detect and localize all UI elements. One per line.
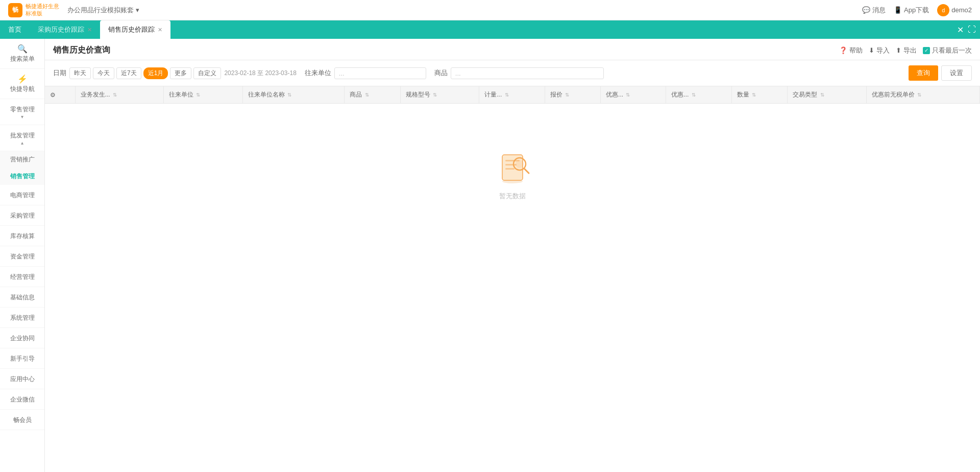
close-purchase-tab[interactable]: ✕ xyxy=(87,27,92,33)
sidebar-item-shortcut[interactable]: ⚡ 快捷导航 xyxy=(0,69,44,99)
svg-rect-5 xyxy=(505,168,514,170)
partner-label: 往来单位 xyxy=(305,68,331,78)
sidebar-item-system[interactable]: 系统管理 xyxy=(0,308,44,328)
app-download-button[interactable]: 📱 App下载 xyxy=(894,6,929,15)
date-7days[interactable]: 近7天 xyxy=(116,67,141,79)
only-last-checkbox[interactable]: ✓ xyxy=(923,47,930,54)
download-icon: 📱 xyxy=(894,6,902,14)
logo-area: 畅 畅捷通好生意 标准版 xyxy=(8,3,59,17)
svg-line-7 xyxy=(524,169,529,173)
partner-filter-group: 往来单位 ... xyxy=(305,67,426,79)
sidebar-item-business[interactable]: 经营管理 xyxy=(0,267,44,287)
date-range-display: 2023-02-18 至 2023-03-18 xyxy=(224,69,296,78)
partner-input-placeholder: ... xyxy=(339,69,345,77)
content-area: 销售历史价查询 ❓ 帮助 ⬇ 导入 ⬆ 导出 ✓ 只看最后一次 xyxy=(45,39,980,472)
tab-home[interactable]: 首页 xyxy=(0,20,30,39)
empty-state: 暂无数据 xyxy=(45,104,980,242)
sort-icon: ⇅ xyxy=(113,92,117,98)
col-unit[interactable]: 计量... ⇅ xyxy=(479,86,545,104)
col-trade-type[interactable]: 交易类型 ⇅ xyxy=(788,86,867,104)
chevron-down-icon: ▾ xyxy=(0,114,44,120)
sidebar: 🔍 搜索菜单 ⚡ 快捷导航 零售管理 ▾ 批发管理 ▴ 营销推广 销售管理 电商… xyxy=(0,39,45,472)
tab-sales[interactable]: 销售历史价跟踪 ✕ xyxy=(100,20,170,39)
sidebar-item-search[interactable]: 🔍 搜索菜单 xyxy=(0,39,44,69)
col-discount1[interactable]: 优惠... ⇅ xyxy=(601,86,666,104)
col-quote[interactable]: 报价 ⇅ xyxy=(545,86,601,104)
close-window-icon[interactable]: ✕ xyxy=(957,25,964,35)
col-partner-name[interactable]: 往来单位名称 ⇅ xyxy=(242,86,345,104)
table-container: ⚙ 业务发生... ⇅ 往来单位 ⇅ 往来单位名称 ⇅ xyxy=(45,86,980,472)
chevron-down-icon: ▾ xyxy=(136,6,139,14)
sidebar-item-sales-mgmt[interactable]: 销售管理 xyxy=(0,168,44,185)
sidebar-item-apps[interactable]: 应用中心 xyxy=(0,369,44,389)
avatar: d xyxy=(937,4,949,16)
app-selector[interactable]: 办公用品行业模拟账套 ▾ xyxy=(63,6,143,15)
col-gear[interactable]: ⚙ xyxy=(45,86,75,104)
col-discount2[interactable]: 优惠... ⇅ xyxy=(666,86,731,104)
sidebar-item-marketing[interactable]: 营销推广 xyxy=(0,151,44,168)
sidebar-item-cooperation[interactable]: 企业协同 xyxy=(0,328,44,348)
svg-point-8 xyxy=(516,160,524,168)
page-title: 销售历史价查询 xyxy=(53,45,110,56)
sort-icon: ⇅ xyxy=(752,92,756,98)
empty-state-cell: 暂无数据 xyxy=(45,104,980,242)
sidebar-item-newbie[interactable]: 新手引导 xyxy=(0,348,44,369)
setting-button[interactable]: 设置 xyxy=(941,65,972,81)
import-icon: ⬇ xyxy=(869,46,874,54)
top-bar-left: 畅 畅捷通好生意 标准版 办公用品行业模拟账套 ▾ xyxy=(8,3,143,17)
maximize-icon[interactable]: ⛶ xyxy=(968,25,976,34)
help-button[interactable]: ❓ 帮助 xyxy=(839,46,863,55)
query-button[interactable]: 查询 xyxy=(909,65,938,81)
sort-icon: ⇅ xyxy=(692,92,696,98)
chevron-up-icon: ▴ xyxy=(0,140,44,146)
sort-icon: ⇅ xyxy=(287,92,291,98)
help-icon: ❓ xyxy=(839,46,847,54)
sidebar-item-wechat[interactable]: 企业微信 xyxy=(0,389,44,410)
col-partner[interactable]: 往来单位 ⇅ xyxy=(163,86,242,104)
col-qty[interactable]: 数量 ⇅ xyxy=(731,86,788,104)
col-biz-date[interactable]: 业务发生... ⇅ xyxy=(75,86,163,104)
sidebar-item-retail[interactable]: 零售管理 ▾ xyxy=(0,99,44,125)
date-1month[interactable]: 近1月 xyxy=(143,67,168,79)
import-button[interactable]: ⬇ 导入 xyxy=(869,46,890,55)
shortcut-icon: ⚡ xyxy=(0,74,44,84)
data-table: ⚙ 业务发生... ⇅ 往来单位 ⇅ 往来单位名称 ⇅ xyxy=(45,86,980,242)
sort-icon: ⇅ xyxy=(196,92,200,98)
close-sales-tab[interactable]: ✕ xyxy=(158,27,162,33)
tab-bar: 首页 采购历史价跟踪 ✕ 销售历史价跟踪 ✕ ✕ ⛶ xyxy=(0,20,980,39)
date-more[interactable]: 更多 xyxy=(170,67,191,79)
svg-rect-4 xyxy=(505,164,517,166)
top-bar: 畅 畅捷通好生意 标准版 办公用品行业模拟账套 ▾ 💬 消息 📱 App下载 d… xyxy=(0,0,980,20)
filter-actions: 查询 设置 xyxy=(909,65,972,81)
date-today[interactable]: 今天 xyxy=(93,67,114,79)
date-yesterday[interactable]: 昨天 xyxy=(69,67,91,79)
sort-icon: ⇅ xyxy=(626,92,630,98)
empty-text: 暂无数据 xyxy=(499,192,526,201)
user-avatar-area[interactable]: d demo2 xyxy=(937,4,972,16)
sort-icon: ⇅ xyxy=(365,92,369,98)
sort-icon: ⇅ xyxy=(820,92,824,98)
top-bar-right: 💬 消息 📱 App下载 d demo2 xyxy=(862,4,972,16)
date-custom[interactable]: 自定义 xyxy=(193,67,221,79)
gear-icon: ⚙ xyxy=(50,91,56,99)
sidebar-item-basic[interactable]: 基础信息 xyxy=(0,287,44,308)
logo-text: 畅捷通好生意 标准版 xyxy=(26,3,59,16)
only-last-checkbox-group[interactable]: ✓ 只看最后一次 xyxy=(923,46,972,55)
partner-input[interactable]: ... xyxy=(334,67,426,79)
sidebar-item-member[interactable]: 畅会员 xyxy=(0,410,44,430)
sidebar-item-ecommerce[interactable]: 电商管理 xyxy=(0,185,44,205)
sidebar-item-wholesale[interactable]: 批发管理 ▴ xyxy=(0,125,44,151)
message-button[interactable]: 💬 消息 xyxy=(862,6,886,15)
date-filter-group: 日期 昨天 今天 近7天 近1月 更多 自定义 2023-02-18 至 202… xyxy=(53,67,297,79)
col-pre-tax-price[interactable]: 优惠前无税单价 ⇅ xyxy=(866,86,979,104)
export-button[interactable]: ⬆ 导出 xyxy=(896,46,917,55)
tab-purchase[interactable]: 采购历史价跟踪 ✕ xyxy=(30,20,100,39)
sidebar-item-purchase[interactable]: 采购管理 xyxy=(0,205,44,226)
sidebar-item-finance[interactable]: 资金管理 xyxy=(0,246,44,267)
sort-icon: ⇅ xyxy=(565,92,569,98)
col-spec[interactable]: 规格型号 ⇅ xyxy=(400,86,479,104)
product-input[interactable]: ... xyxy=(451,67,604,79)
col-product[interactable]: 商品 ⇅ xyxy=(345,86,401,104)
filter-bar: 日期 昨天 今天 近7天 近1月 更多 自定义 2023-02-18 至 202… xyxy=(45,60,980,86)
sidebar-item-inventory[interactable]: 库存核算 xyxy=(0,226,44,246)
